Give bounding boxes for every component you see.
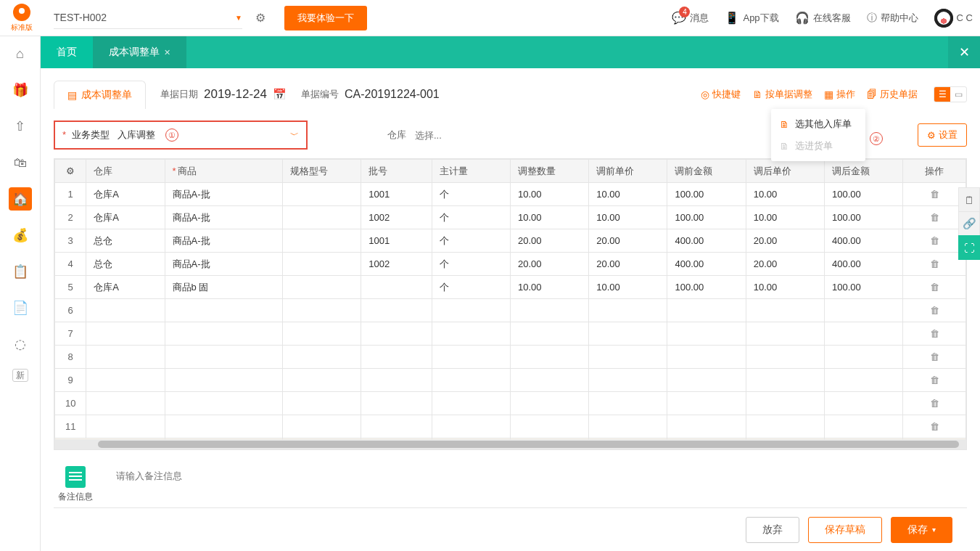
cell-batch[interactable]: 1001 xyxy=(361,183,432,206)
cell-warehouse[interactable]: 仓库A xyxy=(86,206,165,229)
cell-batch[interactable]: 1002 xyxy=(361,253,432,276)
cell-spec[interactable] xyxy=(282,229,361,253)
float-expand-icon[interactable]: ⛶ xyxy=(958,235,980,260)
hotkeys-button[interactable]: ◎快捷键 xyxy=(701,88,741,101)
table-row[interactable]: 5仓库A商品b 固个10.0010.00100.0010.00100.00🗑 xyxy=(55,276,966,299)
col-gear[interactable]: ⚙ xyxy=(55,160,86,183)
cell-amount-before[interactable]: 100.00 xyxy=(667,206,746,229)
cell-uom[interactable]: 个 xyxy=(432,276,510,299)
cell-warehouse[interactable]: 仓库A xyxy=(86,276,165,299)
col-spec[interactable]: 规格型号 xyxy=(282,160,361,183)
row-delete[interactable]: 🗑 xyxy=(903,299,966,322)
table-row[interactable]: 2仓库A商品A-批1002个10.0010.00100.0010.00100.0… xyxy=(55,206,966,229)
col-product[interactable]: *商品 xyxy=(165,160,282,183)
cell-amount-after[interactable]: 100.00 xyxy=(825,183,903,206)
table-row[interactable]: 8🗑 xyxy=(55,346,966,369)
cell-amount-before[interactable]: 400.00 xyxy=(667,253,746,276)
cell-price-before[interactable]: 20.00 xyxy=(589,229,667,253)
app-download-link[interactable]: 📱 App下载 xyxy=(725,11,778,25)
row-delete[interactable]: 🗑 xyxy=(903,346,966,369)
cell-product[interactable]: 商品A-批 xyxy=(165,253,282,276)
popup-other-inbound[interactable]: 🗎 选其他入库单 xyxy=(771,113,865,135)
cell-price-before[interactable]: 10.00 xyxy=(589,276,667,299)
cell-batch[interactable] xyxy=(361,276,432,299)
row-delete[interactable]: 🗑 xyxy=(903,415,966,438)
col-uom[interactable]: 主计量 xyxy=(432,160,510,183)
cell-spec[interactable] xyxy=(282,253,361,276)
col-batch[interactable]: 批号 xyxy=(361,160,432,183)
cell-spec[interactable] xyxy=(282,183,361,206)
col-price-before[interactable]: 调前单价 xyxy=(589,160,667,183)
cell-amount-after[interactable]: 400.00 xyxy=(825,229,903,253)
col-qty[interactable]: 调整数量 xyxy=(510,160,588,183)
nav-money-icon[interactable]: 💰 xyxy=(9,224,32,247)
cell-price-after[interactable]: 20.00 xyxy=(746,229,824,253)
cell-spec[interactable] xyxy=(282,206,361,229)
nav-report-icon[interactable]: 📄 xyxy=(9,296,32,319)
close-all-tabs[interactable]: ✕ xyxy=(948,36,980,68)
history-button[interactable]: 🗐历史单据 xyxy=(867,88,918,101)
row-delete[interactable]: 🗑 xyxy=(903,392,966,415)
nav-clipboard-icon[interactable]: 📋 xyxy=(9,260,32,283)
cell-product[interactable]: 商品A-批 xyxy=(165,229,282,253)
list-view-icon[interactable]: ☰ xyxy=(934,87,950,102)
cell-warehouse[interactable]: 总仓 xyxy=(86,229,165,253)
cell-qty[interactable]: 20.00 xyxy=(510,229,588,253)
cell-price-after[interactable]: 10.00 xyxy=(746,276,824,299)
table-row[interactable]: 1仓库A商品A-批1001个10.0010.00100.0010.00100.0… xyxy=(55,183,966,206)
cell-amount-before[interactable]: 100.00 xyxy=(667,276,746,299)
cell-uom[interactable]: 个 xyxy=(432,253,510,276)
col-price-after[interactable]: 调后单价 xyxy=(746,160,824,183)
view-mode-toggle[interactable]: ☰ ▭ xyxy=(934,86,967,102)
cell-qty[interactable]: 10.00 xyxy=(510,276,588,299)
row-delete[interactable]: 🗑 xyxy=(903,322,966,346)
cell-warehouse[interactable]: 总仓 xyxy=(86,253,165,276)
cell-product[interactable]: 商品A-批 xyxy=(165,206,282,229)
nav-home-icon[interactable]: ⌂ xyxy=(9,42,32,65)
table-row[interactable]: 3总仓商品A-批1001个20.0020.00400.0020.00400.00… xyxy=(55,229,966,253)
cell-uom[interactable]: 个 xyxy=(432,229,510,253)
discard-button[interactable]: 放弃 xyxy=(746,517,799,543)
col-warehouse[interactable]: 仓库 xyxy=(86,160,165,183)
messages-link[interactable]: 💬 4 消息 xyxy=(672,11,709,25)
cell-uom[interactable]: 个 xyxy=(432,206,510,229)
row-delete[interactable]: 🗑 xyxy=(903,183,966,206)
cell-qty[interactable]: 20.00 xyxy=(510,253,588,276)
cell-batch[interactable]: 1001 xyxy=(361,229,432,253)
row-delete[interactable]: 🗑 xyxy=(903,229,966,253)
nav-bag-icon[interactable]: 🛍 xyxy=(9,151,32,174)
row-delete[interactable]: 🗑 xyxy=(903,206,966,229)
cell-amount-after[interactable]: 400.00 xyxy=(825,253,903,276)
cell-qty[interactable]: 10.00 xyxy=(510,183,588,206)
cell-uom[interactable]: 个 xyxy=(432,183,510,206)
by-order-button[interactable]: 🗎按单据调整 xyxy=(752,88,812,101)
page-title-tab[interactable]: ▤ 成本调整单 xyxy=(54,81,146,109)
save-draft-button[interactable]: 保存草稿 xyxy=(808,517,882,543)
calendar-icon[interactable]: 📅 xyxy=(273,88,287,101)
cell-amount-after[interactable]: 100.00 xyxy=(825,206,903,229)
cell-warehouse[interactable]: 仓库A xyxy=(86,183,165,206)
nav-house-up-icon[interactable]: ⇧ xyxy=(9,115,32,138)
grid-view-icon[interactable]: ▭ xyxy=(950,87,966,102)
cell-spec[interactable] xyxy=(282,276,361,299)
trial-button[interactable]: 我要体验一下 xyxy=(284,6,367,30)
cell-price-after[interactable]: 10.00 xyxy=(746,206,824,229)
cell-amount-after[interactable]: 100.00 xyxy=(825,276,903,299)
ops-button[interactable]: ▦操作 xyxy=(824,88,855,101)
gear-icon[interactable]: ⚙ xyxy=(255,11,265,25)
warehouse-input[interactable] xyxy=(413,129,538,142)
float-note-icon[interactable]: 🗒 xyxy=(958,187,980,212)
cell-price-after[interactable]: 10.00 xyxy=(746,183,824,206)
table-row[interactable]: 9🗑 xyxy=(55,369,966,392)
table-row[interactable]: 6🗑 xyxy=(55,299,966,322)
user-menu[interactable]: C C xyxy=(934,9,973,28)
warehouse-filter[interactable]: 仓库 xyxy=(387,128,538,142)
customer-service-link[interactable]: 🎧 在线客服 xyxy=(795,11,851,25)
date-value[interactable]: 2019-12-24 xyxy=(204,87,267,102)
horizontal-scrollbar[interactable] xyxy=(54,439,966,449)
cell-price-before[interactable]: 20.00 xyxy=(589,253,667,276)
cell-price-before[interactable]: 10.00 xyxy=(589,183,667,206)
nav-new-icon[interactable]: 新 xyxy=(12,369,28,382)
close-icon[interactable]: ✕ xyxy=(164,48,170,57)
cell-price-after[interactable]: 20.00 xyxy=(746,253,824,276)
